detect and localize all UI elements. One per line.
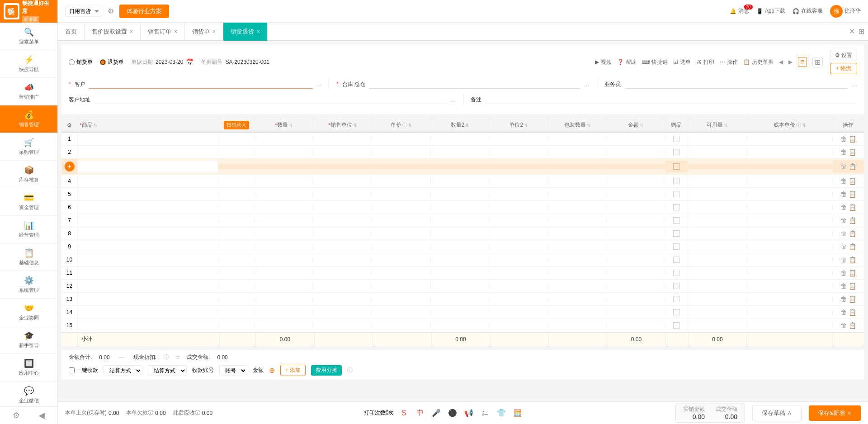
footer-icon-speaker[interactable]: 📢 (462, 407, 475, 419)
gift-checkbox-15[interactable] (673, 322, 679, 329)
toolbar-help[interactable]: ❓ 帮助 (617, 58, 637, 66)
gift-checkbox-1[interactable] (673, 136, 679, 142)
radio-return[interactable]: 退货单 (100, 58, 124, 66)
row-delete-15[interactable]: 🗑 (840, 322, 848, 329)
sidebar-item-sales[interactable]: 💰 销售管理 (0, 105, 57, 133)
sort-price-icon[interactable]: ⇅ (408, 123, 412, 128)
toolbar-video[interactable]: ▶ 视频 (595, 58, 612, 66)
add-amount-icon[interactable]: ⊕ (269, 366, 275, 375)
gift-checkbox-10[interactable] (673, 257, 679, 263)
expense-info-icon[interactable]: ⓘ (347, 367, 353, 374)
gift-checkbox-5[interactable] (673, 191, 679, 197)
settle-method-select[interactable]: 结算方式 (104, 365, 142, 376)
calc-method-select[interactable]: 结算方式 (148, 365, 187, 376)
sidebar-item-marketing[interactable]: 📣 营销推广 (0, 78, 57, 105)
row-copy-11[interactable]: 📋 (848, 269, 857, 276)
save-new-button[interactable]: 保存&新增 ∧ (809, 405, 861, 421)
row-delete-7[interactable]: 🗑 (840, 217, 848, 224)
toolbar-history[interactable]: 📋 历史单据 (743, 58, 774, 66)
product-input-3[interactable] (80, 163, 216, 170)
tab-close-sales-order[interactable]: × (174, 29, 177, 35)
gift-checkbox-13[interactable] (673, 296, 679, 302)
history-prev-icon[interactable]: ◀ (779, 59, 783, 65)
gift-checkbox-2[interactable] (673, 149, 679, 155)
row-copy-6[interactable]: 📋 (848, 204, 857, 211)
sidebar-item-operation[interactable]: 📊 经营管理 (0, 216, 57, 243)
row-delete-11[interactable]: 🗑 (840, 269, 848, 276)
sort-unit-icon[interactable]: ⇅ (353, 123, 357, 128)
gift-checkbox-12[interactable] (673, 283, 679, 289)
barcode-scan-button[interactable]: 扫码录入 (224, 121, 249, 129)
gift-checkbox-11[interactable] (673, 270, 679, 276)
row-delete-2[interactable]: 🗑 (840, 148, 848, 156)
warehouse-input[interactable] (369, 80, 580, 89)
tab-sales-delivery[interactable]: 销货单 × (185, 23, 223, 41)
row-delete-6[interactable]: 🗑 (840, 204, 848, 211)
row-copy-5[interactable]: 📋 (848, 191, 857, 198)
tab-close-sales-delivery[interactable]: × (212, 29, 216, 35)
tab-sales-order[interactable]: 销售订单 × (141, 23, 185, 41)
sidebar-item-newbie[interactable]: 🎓 新手引导 (0, 326, 57, 354)
row-delete-14[interactable]: 🗑 (840, 309, 848, 316)
footer-icon-tag[interactable]: 🏷 (479, 407, 491, 419)
gift-checkbox-6[interactable] (673, 204, 679, 210)
app-download-item[interactable]: 📱 App下载 (756, 7, 785, 15)
toolbar-shortcut[interactable]: ⌨ 快捷键 (642, 58, 668, 66)
toolbar-operate[interactable]: ⋯ 操作 (720, 58, 738, 66)
notification-bell[interactable]: 🔔 70 消息 (730, 7, 749, 15)
row-copy-13[interactable]: 📋 (848, 295, 857, 303)
sort-qty2-icon[interactable]: ⇅ (465, 123, 469, 128)
row-copy-2[interactable]: 📋 (848, 148, 857, 156)
sidebar-item-basic[interactable]: 📋 基础信息 (0, 243, 57, 271)
gift-checkbox-4[interactable] (673, 178, 679, 184)
sort-amount-icon[interactable]: ⇅ (640, 123, 643, 128)
view-card-icon[interactable]: ⊞ (812, 57, 823, 67)
expense-split-button[interactable]: 费用分摊 (311, 365, 342, 376)
online-service-item[interactable]: 🎧 在线客服 (793, 7, 823, 15)
footer-icon-dot[interactable]: ⚫ (446, 407, 459, 419)
staff-picker-icon[interactable]: ... (852, 81, 857, 88)
row-delete-3[interactable]: 🗑 (840, 163, 848, 170)
sidebar-item-purchase[interactable]: 🛒 采购管理 (0, 133, 57, 161)
th-gear[interactable]: ⚙ (61, 118, 78, 132)
row-copy-9[interactable]: 📋 (848, 243, 857, 250)
tab-price-setting[interactable]: 售价提取设置 × (85, 23, 141, 41)
row-copy-8[interactable]: 📋 (848, 230, 857, 237)
sort-avail-icon[interactable]: ⇅ (724, 123, 727, 128)
row-copy-10[interactable]: 📋 (848, 256, 857, 263)
header-gear-icon[interactable]: ⚙ (108, 7, 114, 15)
tab-home[interactable]: 首页 (58, 23, 85, 41)
sort-pack-icon[interactable]: ⇅ (587, 123, 590, 128)
cash-discount-info-icon[interactable]: ⓘ (164, 353, 169, 361)
row-delete-5[interactable]: 🗑 (840, 191, 848, 198)
date-picker-btn[interactable]: 📅 (186, 58, 193, 66)
gift-checkbox-3[interactable] (673, 163, 679, 170)
row-copy-4[interactable]: 📋 (848, 177, 857, 185)
add-payment-button[interactable]: + 添加 (280, 365, 306, 376)
radio-sales[interactable]: 销货单 (69, 58, 93, 66)
sort-qty-icon[interactable]: ⇅ (289, 123, 292, 128)
save-draft-button[interactable]: 保存草稿 ∧ (752, 405, 802, 421)
row-delete-1[interactable]: 🗑 (840, 135, 848, 143)
view-table-icon[interactable]: ≡ (798, 57, 807, 67)
sidebar-item-search[interactable]: 🔍 搜索菜单 (0, 23, 57, 50)
gift-checkbox-9[interactable] (673, 243, 679, 250)
row-delete-12[interactable]: 🗑 (840, 282, 848, 290)
sidebar-settings-icon[interactable]: ⚙ (13, 410, 20, 420)
row-copy-7[interactable]: 📋 (848, 217, 857, 224)
sort-product-icon[interactable]: ⇅ (94, 123, 97, 128)
footer-icon-pie[interactable]: 🧮 (511, 407, 524, 419)
row-delete-10[interactable]: 🗑 (840, 256, 848, 263)
row-copy-14[interactable]: 📋 (848, 309, 857, 316)
staff-input[interactable] (624, 80, 849, 89)
row-delete-8[interactable]: 🗑 (840, 230, 848, 237)
row-delete-13[interactable]: 🗑 (840, 295, 848, 303)
sidebar-item-finance[interactable]: 💳 资金管理 (0, 188, 57, 216)
row-copy-12[interactable]: 📋 (848, 282, 857, 290)
address-picker-icon[interactable]: ... (450, 96, 456, 103)
one-click-pay-checkbox[interactable]: 一键收款 (69, 367, 98, 374)
tab-close-sales-return[interactable]: × (257, 29, 260, 35)
product-input-1[interactable] (80, 136, 216, 142)
toolbar-pick[interactable]: ☑ 选单 (673, 58, 691, 66)
tab-menu-icon[interactable]: ⊞ (859, 27, 864, 36)
